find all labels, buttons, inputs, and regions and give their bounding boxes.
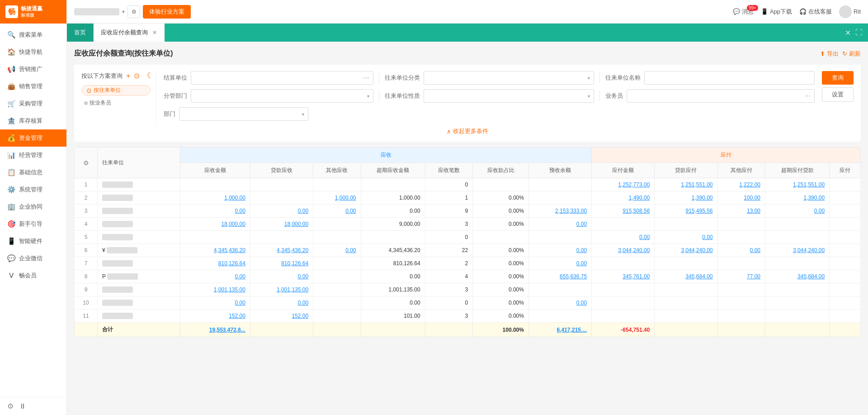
cell-ar-loan[interactable]: 1,001,135.00 xyxy=(250,283,313,296)
scheme-option-partner[interactable]: ⊙ 按往来单位 xyxy=(81,85,151,95)
cell-ap-amt[interactable] xyxy=(592,296,655,310)
cell-ar-amt[interactable]: 0.00 xyxy=(180,205,250,218)
cell-ar-amt[interactable]: 152.00 xyxy=(180,310,250,323)
cell-ar-loan[interactable]: 18,000.00 xyxy=(250,218,313,231)
sidebar-item-system[interactable]: ⚙️ 系统管理 xyxy=(0,181,66,198)
sidebar-item-enterprise[interactable]: 🏢 企业协同 xyxy=(0,198,66,215)
sidebar-item-finance[interactable]: 💰 资金管理 xyxy=(0,129,66,147)
partner-nature-select[interactable]: ▾ xyxy=(424,89,594,103)
footer-ar-prepay[interactable]: 6,417,215.... xyxy=(528,323,591,337)
cell-ap-overdue[interactable] xyxy=(765,296,830,310)
settlement-unit-input[interactable]: ··· xyxy=(191,71,373,85)
cell-ar-other[interactable] xyxy=(313,283,361,296)
partner-category-select[interactable]: ▾ xyxy=(424,71,594,85)
table-settings-icon[interactable]: ⚙ xyxy=(79,156,93,170)
cell-ap-amt[interactable]: 1,252,773.00 xyxy=(592,178,655,191)
cell-ar-loan[interactable] xyxy=(250,191,313,205)
export-button[interactable]: ⬆ 导出 xyxy=(820,50,839,58)
cell-ar-amt[interactable]: 0.00 xyxy=(180,270,250,283)
tab-close-icon[interactable]: ✕ xyxy=(152,29,157,36)
cell-ap-loan[interactable] xyxy=(655,310,717,323)
cell-ar-amt[interactable] xyxy=(180,231,250,244)
cell-ap-other[interactable]: 77.00 xyxy=(717,270,765,283)
header-gear-button[interactable]: ⚙ xyxy=(127,5,140,18)
sidebar-item-basic-info[interactable]: 📋 基础信息 xyxy=(0,164,66,181)
cell-ap-other[interactable]: 1,222.00 xyxy=(717,178,765,191)
cell-ap-loan[interactable]: 345,684.00 xyxy=(655,270,717,283)
user-menu[interactable]: Rit xyxy=(839,5,861,18)
cell-ap-other[interactable] xyxy=(717,283,765,296)
cell-ar-other[interactable] xyxy=(313,231,361,244)
cell-ar-prepay[interactable]: 0.00 xyxy=(528,244,591,257)
cell-ar-amt[interactable]: 1,000.00 xyxy=(180,191,250,205)
cell-ap-loan[interactable]: 3,044,240.00 xyxy=(655,244,717,257)
sidebar-item-member[interactable]: Ⅴ 畅会员 xyxy=(0,267,66,284)
cell-ar-loan[interactable]: 152.00 xyxy=(250,310,313,323)
salesperson-input[interactable]: ··· xyxy=(627,89,815,103)
footer-settings-icon[interactable]: ⚙ xyxy=(7,402,14,410)
cell-ar-other[interactable]: 0.00 xyxy=(313,244,361,257)
cell-ap-overdue[interactable] xyxy=(765,283,830,296)
promo-button[interactable]: 体验行业方案 xyxy=(143,5,191,19)
cell-ar-prepay[interactable]: 0.00 xyxy=(528,218,591,231)
cell-ar-prepay[interactable] xyxy=(528,283,591,296)
cell-ap-other[interactable] xyxy=(717,296,765,310)
setting-button[interactable]: 设置 xyxy=(822,87,854,102)
tab-maximize-icon[interactable]: ⛶ xyxy=(855,29,863,37)
cell-ap-loan[interactable] xyxy=(655,218,717,231)
cell-ar-amt[interactable]: 0.00 xyxy=(180,296,250,310)
dept-select[interactable]: ▾ xyxy=(179,107,308,121)
cell-ar-loan[interactable]: 4,345,436.20 xyxy=(250,244,313,257)
scheme-option-salesperson[interactable]: 按业务员 xyxy=(81,98,151,108)
cell-ap-amt[interactable] xyxy=(592,218,655,231)
tab-home[interactable]: 首页 xyxy=(67,24,94,42)
tab-ar-ap[interactable]: 应收应付余额查询 ✕ xyxy=(94,24,165,42)
cell-ar-prepay[interactable] xyxy=(528,191,591,205)
dept-manager-select[interactable]: ▾ xyxy=(191,89,373,103)
cell-ap-amt[interactable]: 345,761.00 xyxy=(592,270,655,283)
cell-ar-prepay[interactable]: 655,636.75 xyxy=(528,270,591,283)
collapse-filter-button[interactable]: ∧ 收起更多条件 xyxy=(447,127,488,135)
partner-name-input[interactable] xyxy=(644,71,815,85)
cell-ap-amt[interactable]: 1,490.00 xyxy=(592,191,655,205)
cell-ap-other[interactable]: 13.00 xyxy=(717,205,765,218)
cell-ar-prepay[interactable]: 2,153,333.00 xyxy=(528,205,591,218)
sidebar-item-wechat[interactable]: 💬 企业微信 xyxy=(0,250,66,267)
cell-ar-prepay[interactable] xyxy=(528,178,591,191)
query-button[interactable]: 查询 xyxy=(822,71,854,85)
cell-ap-loan[interactable] xyxy=(655,296,717,310)
cell-ar-amt[interactable] xyxy=(180,178,250,191)
cell-ar-loan[interactable]: 0.00 xyxy=(250,296,313,310)
add-scheme-icon[interactable]: + xyxy=(126,72,130,80)
online-service-button[interactable]: 🎧 在线客服 xyxy=(799,8,832,16)
cell-ap-loan[interactable] xyxy=(655,257,717,270)
cell-ar-other[interactable] xyxy=(313,218,361,231)
cell-ar-amt[interactable]: 1,001,135.00 xyxy=(180,283,250,296)
cell-ar-amt[interactable]: 4,345,436.20 xyxy=(180,244,250,257)
cell-ar-other[interactable]: 1,000.00 xyxy=(313,191,361,205)
cell-ar-other[interactable] xyxy=(313,178,361,191)
app-download-button[interactable]: 📱 App下载 xyxy=(761,8,792,16)
cell-ar-prepay[interactable]: 0.00 xyxy=(528,296,591,310)
cell-ar-loan[interactable]: 0.00 xyxy=(250,270,313,283)
cell-ap-amt[interactable]: 915,508.56 xyxy=(592,205,655,218)
cell-ar-loan[interactable] xyxy=(250,178,313,191)
cell-ap-other[interactable] xyxy=(717,231,765,244)
sidebar-item-search-menu[interactable]: 🔍 搜索菜单 xyxy=(0,26,66,43)
cell-ar-other[interactable] xyxy=(313,296,361,310)
cell-ar-prepay[interactable]: 0.00 xyxy=(528,257,591,270)
refresh-button[interactable]: ↻ 刷新 xyxy=(842,50,861,58)
collapse-scheme-icon[interactable]: 《 xyxy=(143,71,151,81)
footer-ar-amt[interactable]: 19,553,472,6... xyxy=(180,323,250,337)
cell-ar-other[interactable] xyxy=(313,270,361,283)
cell-ar-prepay[interactable] xyxy=(528,231,591,244)
notification-button[interactable]: 💬 消息 99+ xyxy=(733,8,754,16)
cell-ar-amt[interactable]: 810,126.64 xyxy=(180,257,250,270)
sidebar-item-smart-hw[interactable]: 📱 智能硬件 xyxy=(0,233,66,250)
cell-ap-overdue[interactable] xyxy=(765,257,830,270)
edit-scheme-icon[interactable]: ⊙ xyxy=(134,72,140,80)
cell-ap-loan[interactable]: 1,390.00 xyxy=(655,191,717,205)
cell-ar-amt[interactable]: 18,000.00 xyxy=(180,218,250,231)
cell-ap-other[interactable] xyxy=(717,310,765,323)
sidebar-item-quick-nav[interactable]: 🏠 快捷导航 xyxy=(0,43,66,61)
